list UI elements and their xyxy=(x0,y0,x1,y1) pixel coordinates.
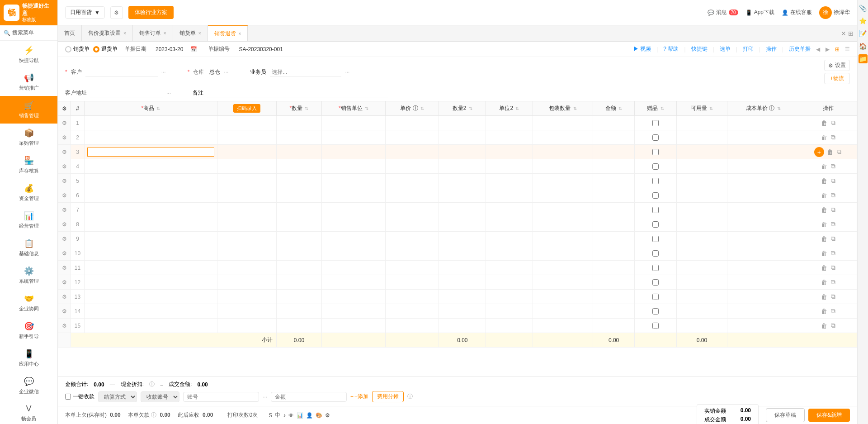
row-settings-12[interactable]: ⚙ xyxy=(58,275,71,290)
row-settings-11[interactable]: ⚙ xyxy=(58,261,71,275)
row-qty2-13[interactable] xyxy=(439,290,486,304)
row-gift-11[interactable] xyxy=(635,261,676,275)
row-settings-1[interactable]: ⚙ xyxy=(58,116,71,130)
row-price-2[interactable] xyxy=(386,130,439,145)
copy-btn-8[interactable]: ⧉ xyxy=(830,219,836,229)
row-qty2-11[interactable] xyxy=(439,261,486,275)
row-price-14[interactable] xyxy=(386,304,439,319)
row-available-8[interactable] xyxy=(676,217,727,232)
gift-checkbox-8[interactable] xyxy=(652,221,659,228)
row-available-9[interactable] xyxy=(676,232,727,246)
row-price-8[interactable] xyxy=(386,217,439,232)
sidebar-item-sales[interactable]: 🛒 销售管理 xyxy=(0,96,57,124)
row-unit2-3[interactable] xyxy=(486,145,533,159)
row-unit-12[interactable] xyxy=(322,275,386,290)
customer-input[interactable] xyxy=(85,68,158,76)
float-btn-3[interactable]: 📝 xyxy=(859,29,868,38)
row-price-9[interactable] xyxy=(386,232,439,246)
row-qty-7[interactable] xyxy=(276,203,321,217)
row-cost-7[interactable] xyxy=(727,203,799,217)
row-unit2-15[interactable] xyxy=(486,319,533,333)
row-price-6[interactable] xyxy=(386,188,439,203)
row-pkg-14[interactable] xyxy=(533,304,593,319)
tab-price-setting[interactable]: 售价提取设置 × xyxy=(82,25,133,42)
action-operate[interactable]: 操作 xyxy=(766,45,777,53)
row-product-5[interactable] xyxy=(85,174,217,188)
delete-btn-5[interactable]: 🗑 xyxy=(820,176,828,186)
row-amount-1[interactable] xyxy=(593,116,634,130)
row-amount-7[interactable] xyxy=(593,203,634,217)
row-product-6[interactable] xyxy=(85,188,217,203)
row-qty2-15[interactable] xyxy=(439,319,486,333)
sidebar-item-member[interactable]: V 畅会员 xyxy=(0,400,57,424)
row-unit-1[interactable] xyxy=(322,116,386,130)
row-settings-8[interactable]: ⚙ xyxy=(58,217,71,232)
row-available-2[interactable] xyxy=(676,130,727,145)
bottom-icon-8[interactable]: ⚙ xyxy=(325,412,330,419)
radio-return[interactable]: 退货单 xyxy=(93,45,118,53)
btn-logistics[interactable]: +物流 xyxy=(824,73,850,84)
copy-btn-9[interactable]: ⧉ xyxy=(830,234,836,243)
row-gift-3[interactable] xyxy=(635,145,676,159)
row-unit2-4[interactable] xyxy=(486,159,533,174)
salesperson-dots[interactable]: ··· xyxy=(345,69,349,75)
row-price-5[interactable] xyxy=(386,174,439,188)
row-product-15[interactable] xyxy=(85,319,217,333)
row-unit2-12[interactable] xyxy=(486,275,533,290)
bottom-icon-1[interactable]: S xyxy=(269,412,272,419)
avail-sort-icon[interactable]: ⇅ xyxy=(709,106,713,111)
row-qty2-8[interactable] xyxy=(439,217,486,232)
sidebar-item-shortcut[interactable]: ⚡ 快捷导航 xyxy=(0,41,57,68)
row-amount-2[interactable] xyxy=(593,130,634,145)
row-pkg-6[interactable] xyxy=(533,188,593,203)
sidebar-item-system[interactable]: ⚙️ 系统管理 xyxy=(0,262,57,289)
gift-checkbox-6[interactable] xyxy=(652,192,659,199)
radio-sales[interactable]: 销货单 xyxy=(65,45,90,53)
row-available-14[interactable] xyxy=(676,304,727,319)
row-pkg-9[interactable] xyxy=(533,232,593,246)
row-available-11[interactable] xyxy=(676,261,727,275)
row-pkg-11[interactable] xyxy=(533,261,593,275)
row-product-14[interactable] xyxy=(85,304,217,319)
amount-input[interactable] xyxy=(271,392,347,402)
tab-close-sales-return[interactable]: × xyxy=(239,31,241,36)
row-amount-6[interactable] xyxy=(593,188,634,203)
action-video[interactable]: ▶ 视频 xyxy=(633,45,651,53)
user-profile-btn[interactable]: 徐 徐泽华 xyxy=(819,6,850,19)
row-unit2-1[interactable] xyxy=(486,116,533,130)
product-input-3[interactable] xyxy=(87,148,214,157)
row-unit2-13[interactable] xyxy=(486,290,533,304)
row-price-3[interactable] xyxy=(386,145,439,159)
row-amount-3[interactable] xyxy=(593,145,634,159)
row-unit2-10[interactable] xyxy=(486,246,533,261)
row-price-10[interactable] xyxy=(386,246,439,261)
row-qty2-14[interactable] xyxy=(439,304,486,319)
row-available-15[interactable] xyxy=(676,319,727,333)
row-pkg-13[interactable] xyxy=(533,290,593,304)
row-gift-13[interactable] xyxy=(635,290,676,304)
row-settings-4[interactable]: ⚙ xyxy=(58,159,71,174)
row-cost-14[interactable] xyxy=(727,304,799,319)
row-cost-6[interactable] xyxy=(727,188,799,203)
gift-checkbox-14[interactable] xyxy=(652,308,659,314)
row-settings-3[interactable]: ⚙ xyxy=(58,145,71,159)
row-product-8[interactable] xyxy=(85,217,217,232)
row-gift-9[interactable] xyxy=(635,232,676,246)
row-unit-6[interactable] xyxy=(322,188,386,203)
row-cost-2[interactable] xyxy=(727,130,799,145)
bottom-icon-6[interactable]: 👤 xyxy=(306,412,313,419)
bottom-icon-4[interactable]: 👁 xyxy=(288,412,294,419)
sidebar-item-appstore[interactable]: 📱 应用中心 xyxy=(0,344,57,372)
copy-btn-12[interactable]: ⧉ xyxy=(830,277,836,287)
float-btn-1[interactable]: 📎 xyxy=(859,4,868,13)
row-pkg-2[interactable] xyxy=(533,130,593,145)
row-gift-8[interactable] xyxy=(635,217,676,232)
bottom-icon-7[interactable]: 🎨 xyxy=(316,412,322,419)
row-qty-15[interactable] xyxy=(276,319,321,333)
tab-close-sales-order[interactable]: × xyxy=(164,31,166,36)
row-qty-1[interactable] xyxy=(276,116,321,130)
row-gift-15[interactable] xyxy=(635,319,676,333)
col-header-settings[interactable]: ⚙ xyxy=(58,101,71,116)
delete-btn-10[interactable]: 🗑 xyxy=(820,248,828,258)
gift-checkbox-10[interactable] xyxy=(652,250,659,257)
